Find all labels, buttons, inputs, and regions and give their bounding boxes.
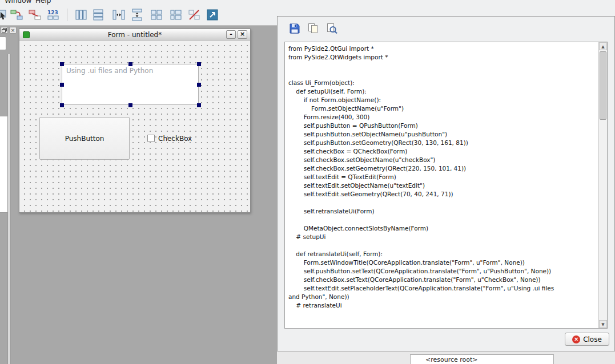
textedit-placeholder: Using .ui files and Python — [62, 64, 198, 77]
resize-handle-bottom-right[interactable] — [197, 103, 201, 107]
resource-root-item[interactable]: <resource root> — [425, 356, 478, 363]
resource-browser-fragment: <resource root> — [277, 351, 615, 364]
layout-vertical-icon[interactable] — [91, 7, 106, 22]
svg-text:123: 123 — [47, 10, 58, 15]
resize-handle-top-mid[interactable] — [128, 62, 132, 66]
float-icon — [1, 27, 7, 33]
menu-window[interactable]: Window — [5, 0, 31, 5]
form-canvas[interactable]: Using .ui files and Python PushButton Ch… — [19, 41, 250, 212]
layout-horizontal-splitter-icon[interactable] — [111, 7, 126, 22]
dock-close-button[interactable]: × — [9, 27, 17, 34]
code-preview-dialog: from PySide2.QtGui import * from PySide2… — [277, 16, 615, 351]
close-button-icon: × — [572, 335, 580, 343]
close-icon: × — [11, 28, 15, 33]
resize-handle-mid-left[interactable] — [60, 83, 64, 87]
left-panel-divider — [7, 54, 11, 364]
form-window-titlebar[interactable]: Form - untitled* - × — [19, 29, 250, 41]
break-layout-icon[interactable] — [187, 7, 202, 22]
resize-handle-top-right[interactable] — [197, 62, 201, 66]
edit-signals-slots-icon[interactable] — [9, 7, 24, 22]
resize-handle-mid-right[interactable] — [197, 83, 201, 87]
edit-widgets-icon[interactable] — [0, 7, 10, 22]
resize-handle-bottom-left[interactable] — [60, 103, 64, 107]
checkbox-widget[interactable]: CheckBox — [147, 134, 192, 143]
scrollbar-thumb[interactable] — [600, 51, 606, 120]
pushbutton-widget[interactable]: PushButton — [39, 117, 130, 160]
copy-icon[interactable] — [306, 21, 320, 36]
form-editor-window: Form - untitled* - × Using .ui files and… — [19, 29, 251, 213]
edit-tab-order-icon[interactable]: 123 — [46, 7, 61, 22]
menubar: Window Help — [0, 0, 615, 5]
checkbox-label: CheckBox — [158, 135, 192, 143]
find-icon[interactable] — [324, 21, 339, 36]
code-text[interactable]: from PySide2.QtGui import * from PySide2… — [285, 42, 557, 312]
layout-horizontal-icon[interactable] — [74, 7, 89, 22]
resize-handle-bottom-mid[interactable] — [128, 103, 132, 107]
scroll-up-icon[interactable]: ▲ — [599, 42, 607, 50]
code-vertical-scrollbar[interactable]: ▲ ▼ — [598, 42, 607, 328]
textedit-widget[interactable]: Using .ui files and Python — [62, 64, 199, 105]
scroll-down-icon[interactable]: ▼ — [599, 320, 607, 328]
layout-form-icon[interactable] — [168, 7, 183, 22]
layout-vertical-splitter-icon[interactable] — [130, 7, 144, 22]
form-window-title: Form - untitled* — [19, 31, 250, 39]
adjust-size-icon[interactable] — [205, 7, 220, 22]
left-panel-fragment — [0, 116, 7, 213]
toolbar-separator — [67, 9, 67, 21]
code-dialog-toolbar — [278, 17, 614, 41]
checkbox-indicator[interactable] — [147, 135, 155, 142]
save-icon[interactable] — [287, 21, 302, 36]
code-view[interactable]: from PySide2.QtGui import * from PySide2… — [284, 42, 608, 329]
form-minimize-button[interactable]: - — [226, 30, 236, 39]
edit-buddies-icon[interactable] — [27, 7, 42, 22]
layout-grid-icon[interactable] — [149, 7, 164, 22]
close-button-label: Close — [583, 335, 602, 343]
left-filter-input-fragment[interactable] — [0, 37, 6, 50]
form-close-button[interactable]: × — [238, 30, 247, 39]
qt-designer-screen: Window Help 123 — [0, 0, 615, 364]
menu-help[interactable]: Help — [35, 0, 51, 5]
close-button[interactable]: × Close — [565, 333, 609, 346]
dock-float-button[interactable] — [1, 27, 8, 34]
resource-tree-fragment: <resource root> — [410, 354, 554, 364]
resize-handle-top-left[interactable] — [60, 62, 64, 66]
